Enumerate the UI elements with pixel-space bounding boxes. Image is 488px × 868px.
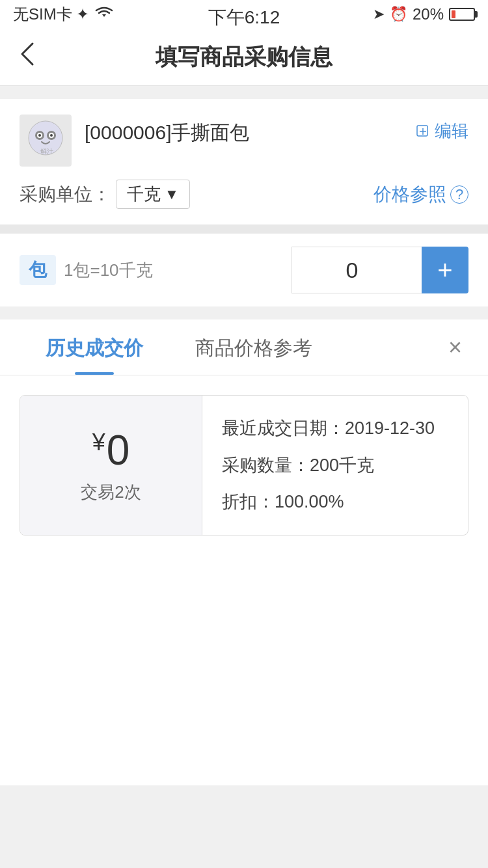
location-icon: ➤ xyxy=(373,6,385,23)
product-name: [0000006]手撕面包 xyxy=(85,115,249,146)
svg-point-5 xyxy=(38,134,41,137)
price-reference-link[interactable]: 价格参照 ? xyxy=(373,182,468,207)
product-header: 鲜汁 [0000006]手撕面包 编辑 xyxy=(20,115,468,167)
discount-value: 100.00% xyxy=(275,492,344,511)
product-left: 鲜汁 [0000006]手撕面包 xyxy=(20,115,249,167)
dropdown-arrow-icon: ▼ xyxy=(165,186,179,203)
page-title: 填写商品采购信息 xyxy=(156,42,332,72)
back-button[interactable] xyxy=(20,34,42,79)
price-summary: ¥0 交易2次 xyxy=(20,396,202,535)
status-left: 无SIM卡 ✦ xyxy=(13,4,114,25)
recent-date-row: 最近成交日期：2019-12-30 xyxy=(222,415,448,442)
tab-close-button[interactable]: × xyxy=(442,327,468,368)
status-right: ➤ ⏰ 20% xyxy=(373,5,475,23)
recent-date-value: 2019-12-30 xyxy=(345,418,435,438)
svg-text:鲜汁: 鲜汁 xyxy=(40,148,53,155)
tabs-section: 历史成交价 商品价格参考 × ¥0 交易2次 最近成交日期：2019-12-30… xyxy=(0,319,488,785)
price-details: 最近成交日期：2019-12-30 采购数量：200千克 折扣：100.00% xyxy=(202,396,468,535)
unit-value: 千克 xyxy=(127,183,161,206)
battery-percent: 20% xyxy=(413,5,444,23)
alarm-icon: ⏰ xyxy=(390,6,407,23)
price-ref-label: 价格参照 xyxy=(373,182,446,207)
tab-product-price[interactable]: 商品价格参考 xyxy=(169,319,338,375)
quantity-increment-button[interactable]: + xyxy=(422,247,468,293)
tab-history-label: 历史成交价 xyxy=(46,337,143,359)
section-divider xyxy=(0,224,488,234)
status-time: 下午6:12 xyxy=(208,5,280,30)
product-thumbnail: 鲜汁 xyxy=(20,115,72,167)
unit-label-text: 采购单位： xyxy=(20,182,111,207)
product-logo-icon: 鲜汁 xyxy=(26,118,65,163)
tab-product-label: 商品价格参考 xyxy=(195,337,312,359)
edit-label: 编辑 xyxy=(435,120,468,142)
help-icon: ? xyxy=(450,185,468,204)
carrier-text: 无SIM卡 ✦ xyxy=(13,4,89,25)
price-card: ¥0 交易2次 最近成交日期：2019-12-30 采购数量：200千克 折扣：… xyxy=(20,395,468,536)
tabs-header: 历史成交价 商品价格参考 × xyxy=(0,319,488,375)
nav-bar: 填写商品采购信息 xyxy=(0,29,488,86)
recent-date-label: 最近成交日期： xyxy=(222,418,345,438)
unit-conversion: 1包=10千克 xyxy=(64,259,153,282)
unit-select-dropdown[interactable]: 千克 ▼ xyxy=(116,180,190,209)
status-bar: 无SIM卡 ✦ 下午6:12 ➤ ⏰ 20% xyxy=(0,0,488,29)
discount-row: 折扣：100.00% xyxy=(222,489,448,515)
discount-label: 折扣： xyxy=(222,492,275,511)
price-amount: ¥0 xyxy=(92,426,130,474)
purchase-qty-row: 采购数量：200千克 xyxy=(222,452,448,479)
quantity-input[interactable] xyxy=(291,247,422,293)
quantity-row: 包 1包=10千克 + xyxy=(0,234,488,306)
price-value: 0 xyxy=(107,427,130,474)
purchase-qty-label: 采购数量： xyxy=(222,455,310,475)
edit-button[interactable]: 编辑 xyxy=(415,115,468,142)
battery-icon xyxy=(449,8,475,21)
product-unit-row: 采购单位： 千克 ▼ 价格参照 ? xyxy=(20,180,468,209)
quantity-input-group: + xyxy=(291,247,468,293)
wifi-icon xyxy=(94,5,114,23)
unit-badge: 包 xyxy=(20,255,56,285)
svg-point-6 xyxy=(50,134,53,137)
product-card: 鲜汁 [0000006]手撕面包 编辑 采购单位： 千克 ▼ 价格参照 xyxy=(0,99,488,224)
tab-content-area: ¥0 交易2次 最近成交日期：2019-12-30 采购数量：200千克 折扣：… xyxy=(0,395,488,785)
purchase-qty-value: 200千克 xyxy=(310,455,374,475)
currency-symbol: ¥ xyxy=(92,429,105,455)
tab-history-price[interactable]: 历史成交价 xyxy=(20,319,169,375)
unit-label: 采购单位： 千克 ▼ xyxy=(20,180,190,209)
quantity-unit-info: 包 1包=10千克 xyxy=(20,255,153,285)
svg-rect-8 xyxy=(417,126,427,136)
trade-count: 交易2次 xyxy=(81,481,141,504)
